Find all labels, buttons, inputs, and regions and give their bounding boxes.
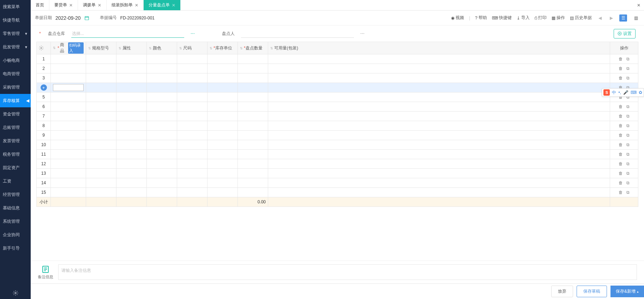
counter-picker-icon[interactable]: ⋯ [360,31,365,36]
copy-row-icon[interactable]: ⧉ [626,152,630,157]
sidebar-settings[interactable] [0,287,31,299]
sidebar-item-14[interactable]: 经营管理 [0,188,31,201]
sidebar-item-8[interactable]: 资金管理 [0,107,31,121]
column-settings[interactable] [37,42,51,54]
calendar-icon[interactable] [84,16,89,20]
operate-button[interactable]: ▦ 操作 [552,15,565,21]
table-row[interactable]: 12🗑⧉ [37,159,638,169]
copy-row-icon[interactable]: ⧉ [626,56,630,61]
table-row[interactable]: 7🗑⧉ [37,112,638,121]
delete-row-icon[interactable]: 🗑 [619,56,623,61]
sidebar-item-13[interactable]: 工资 [0,174,31,188]
copy-row-icon[interactable]: ⧉ [626,104,630,109]
table-row[interactable]: 5🗑⧉ [37,92,638,102]
warehouse-input[interactable] [71,30,184,38]
sidebar-item-2[interactable]: 零售管理▼ [0,27,31,40]
doc-date-value[interactable]: 2022-09-20 [55,15,81,21]
delete-row-icon[interactable]: 🗑 [619,104,623,109]
sidebar-item-11[interactable]: 税务管理 [0,148,31,161]
delete-row-icon[interactable]: 🗑 [619,114,623,119]
view-list-button[interactable]: ☰ [619,14,627,22]
delete-row-icon[interactable]: 🗑 [619,142,623,147]
sidebar-item-15[interactable]: 基础信息 [0,201,31,215]
tab-close-icon[interactable]: ✕ [135,3,138,8]
sidebar-item-3[interactable]: 批发管理▼ [0,40,31,54]
sidebar-item-5[interactable]: 电商管理 [0,67,31,80]
sidebar-item-4[interactable]: 小畅电商 [0,54,31,67]
copy-row-icon[interactable]: ⧉ [626,76,630,80]
table-row[interactable]: 8🗑⧉ [37,121,638,131]
col-qty[interactable]: ⇅*盘点数量 [238,42,268,54]
tab-1[interactable]: 要货单✕ [49,0,78,10]
table-row[interactable]: +🗑⧉ [37,83,638,92]
table-row[interactable]: 14🗑⧉ [37,178,638,188]
col-color[interactable]: ⇅颜色 [147,42,177,54]
next-doc-button[interactable]: ▶ [608,15,614,21]
view-grid-button[interactable]: ▥ [632,14,640,22]
ime-keyboard-icon[interactable]: ⌨ [631,90,637,95]
shortcut-button[interactable]: ⌨ 快捷键 [492,15,512,21]
copy-row-icon[interactable]: ⧉ [626,171,630,176]
discard-button[interactable]: 放弃 [551,286,573,297]
sidebar-item-0[interactable]: 搜索菜单 [0,0,31,13]
ime-mic-icon[interactable]: 🎤 [623,90,628,95]
tab-2[interactable]: 调拨单✕ [78,0,107,10]
ime-lang[interactable]: 中 [612,90,616,96]
add-row-icon[interactable]: + [41,84,47,91]
table-row[interactable]: 2🗑⧉ [37,64,638,73]
ime-more-icon[interactable]: ✿ [639,90,642,95]
table-row[interactable]: 9🗑⧉ [37,131,638,140]
table-row[interactable]: 13🗑⧉ [37,169,638,178]
delete-row-icon[interactable]: 🗑 [619,123,623,128]
sidebar-item-6[interactable]: 采购管理 [0,80,31,94]
sidebar-item-10[interactable]: 发票管理 [0,134,31,148]
save-new-button[interactable]: 保存&新增▴ [610,286,644,297]
history-button[interactable]: ▤ 历史单据 [570,15,592,21]
remark-input[interactable] [58,264,637,280]
table-row[interactable]: 10🗑⧉ [37,140,638,150]
table-row[interactable]: 1🗑⧉ [37,54,638,64]
tab-close-icon[interactable]: ✕ [172,3,175,8]
copy-row-icon[interactable]: ⧉ [626,66,630,71]
col-unit[interactable]: ⇅*库存单位 [207,42,238,54]
delete-row-icon[interactable]: 🗑 [619,76,623,80]
print-button[interactable]: ⎙ 打印 [535,15,547,21]
tab-3[interactable]: 组装拆卸单✕ [107,0,144,10]
delete-row-icon[interactable]: 🗑 [619,180,623,185]
tab-0[interactable]: 首页 [31,0,49,10]
sidebar-item-16[interactable]: 系统管理 [0,215,31,228]
sidebar-item-18[interactable]: 新手引导 [0,241,31,255]
import-button[interactable]: ⤓ 导入 [517,15,530,21]
copy-row-icon[interactable]: ⧉ [626,161,630,166]
copy-row-icon[interactable]: ⧉ [626,180,630,185]
table-row[interactable]: 3🗑⧉ [37,73,638,83]
copy-row-icon[interactable]: ⧉ [626,133,630,138]
product-cell-input[interactable] [53,84,84,91]
copy-row-icon[interactable]: ⧉ [626,142,630,147]
ime-punct-icon[interactable]: •, [618,90,621,95]
counter-input[interactable] [241,30,354,38]
tab-close-icon[interactable]: ✕ [98,3,101,8]
col-attr[interactable]: ⇅属性 [116,42,147,54]
col-product[interactable]: ⇅*商品扫码录入 [51,42,86,54]
settings-button[interactable]: 设置 [614,29,636,38]
sidebar-item-9[interactable]: 总账管理 [0,121,31,134]
col-avail[interactable]: ⇅可用量(包装) [268,42,610,54]
sidebar-item-17[interactable]: 企业协同 [0,228,31,241]
delete-row-icon[interactable]: 🗑 [619,66,623,71]
table-row[interactable]: 11🗑⧉ [37,150,638,159]
delete-row-icon[interactable]: 🗑 [619,171,623,176]
table-row[interactable]: 15🗑⧉ [37,188,638,197]
save-draft-button[interactable]: 保存草稿 [577,286,607,297]
table-row[interactable]: 6🗑⧉ [37,102,638,112]
tab-4[interactable]: 分量盘点单✕ [144,0,181,10]
sidebar-item-1[interactable]: 快捷导航 [0,13,31,27]
close-all-tabs[interactable]: ✕ [633,0,644,10]
delete-row-icon[interactable]: 🗑 [619,152,623,157]
warehouse-picker-icon[interactable]: ⋯ [191,31,195,36]
tab-close-icon[interactable]: ✕ [69,3,73,8]
prev-doc-button[interactable]: ◀ [597,15,603,21]
copy-row-icon[interactable]: ⧉ [626,114,630,119]
copy-row-icon[interactable]: ⧉ [626,123,630,128]
delete-row-icon[interactable]: 🗑 [619,190,623,195]
